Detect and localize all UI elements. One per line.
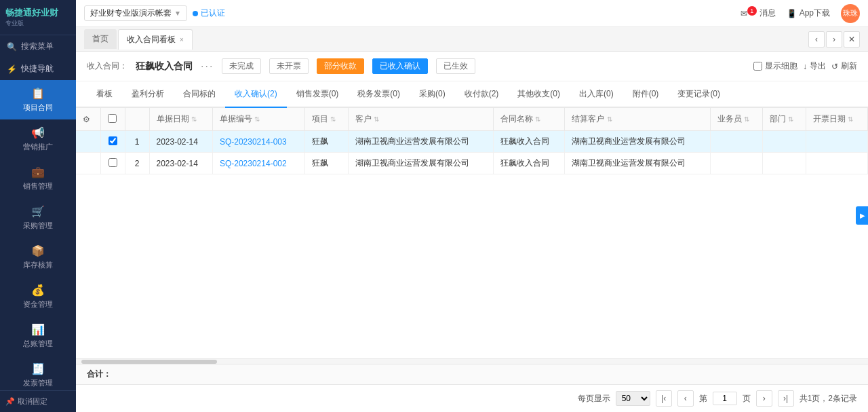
sidebar-item-general[interactable]: 📊 总账管理 [0, 316, 76, 356]
sub-tab-变更记录[interactable]: 变更记录(0) [668, 81, 730, 108]
export-icon: ↓ [803, 62, 807, 71]
sidebar-item-quick-nav[interactable]: ⚡ 快捷导航 [0, 58, 76, 80]
sidebar: 畅捷通好业财 专业版 🔍 搜索菜单 ⚡ 快捷导航 📋 项目合同 📢 营销推广 💼… [0, 0, 76, 412]
sub-tab-出入库[interactable]: 出入库(0) [570, 81, 623, 108]
per-page-select[interactable]: 50 20 100 [616, 391, 650, 406]
user-avatar[interactable]: 珠珠 [841, 4, 860, 23]
sidebar-item-funds[interactable]: 💰 资金管理 [0, 277, 76, 316]
prev-page-button[interactable]: ‹ [677, 390, 694, 407]
sub-tab-收入确认[interactable]: 收入确认(2) [225, 81, 287, 108]
float-action-icon[interactable]: ▶ [856, 206, 868, 225]
table-row[interactable]: 2 2023-02-14 SQ-20230214-002 狂飙 湖南卫视商业运营… [76, 153, 868, 174]
message-button[interactable]: ✉ 1 消息 [741, 7, 776, 19]
close-tab-icon[interactable]: × [180, 36, 184, 43]
th-checkbox [100, 108, 125, 131]
tab-next-button[interactable]: › [826, 31, 842, 48]
sidebar-item-purchase[interactable]: 🛒 采购管理 [0, 198, 76, 238]
sub-tab-采购[interactable]: 采购(0) [410, 81, 455, 108]
content-area: 收入合同： 狂飙收入合同 ··· 未完成 未开票 部分收款 已收入确认 已生效 … [76, 52, 868, 412]
quick-nav-icon: ⚡ [7, 64, 17, 74]
sort-settlement-icon[interactable]: ⇅ [607, 115, 612, 123]
app-subtitle: 专业版 [5, 19, 71, 28]
row-code[interactable]: SQ-20230214-002 [212, 153, 304, 174]
more-options-icon[interactable]: ··· [201, 60, 214, 73]
row-num: 1 [125, 131, 149, 153]
home-tab-label: 首页 [92, 33, 108, 45]
main-area: 好业财专业版演示帐套 ▼ 已认证 ✉ 1 消息 📱 App下载 珠珠 首页 [76, 0, 868, 412]
first-page-button[interactable]: |‹ [656, 390, 672, 407]
th-project: 项目 ⇅ [304, 108, 348, 131]
status-incomplete[interactable]: 未完成 [222, 58, 261, 74]
row-num: 2 [125, 153, 149, 174]
sidebar-item-marketing[interactable]: 📢 营销推广 [0, 119, 76, 159]
export-button[interactable]: ↓ 导出 [803, 60, 826, 72]
table-row[interactable]: 1 2023-02-14 SQ-20230214-003 狂飙 湖南卫视商业运营… [76, 131, 868, 153]
topbar: 好业财专业版演示帐套 ▼ 已认证 ✉ 1 消息 📱 App下载 珠珠 [76, 0, 868, 27]
th-settings: ⚙ [76, 108, 100, 131]
sub-tab-收付款[interactable]: 收付款(2) [455, 81, 509, 108]
sidebar-item-search[interactable]: 🔍 搜索菜单 [0, 35, 76, 58]
next-page-button[interactable]: › [756, 390, 772, 407]
tabbar: 首页 收入合同看板 × ‹ › ✕ [76, 27, 868, 52]
sort-project-icon[interactable]: ⇅ [330, 115, 336, 123]
status-effective[interactable]: 已生效 [436, 58, 475, 74]
company-selector[interactable]: 好业财专业版演示帐套 ▼ [84, 5, 187, 21]
contract-title: 狂飙收入合同 [136, 60, 193, 73]
sidebar-bottom[interactable]: 📌 取消固定 [0, 390, 76, 412]
row-code-link[interactable]: SQ-20230214-003 [220, 137, 287, 147]
row-checkbox[interactable] [100, 153, 125, 174]
row-checkbox[interactable] [100, 131, 125, 153]
sort-invoice-date-icon[interactable]: ⇅ [848, 115, 853, 123]
sub-tab-税务发票[interactable]: 税务发票(0) [348, 81, 410, 108]
sidebar-item-sales[interactable]: 💼 销售管理 [0, 159, 76, 198]
inventory-icon: 📦 [31, 244, 45, 257]
select-all-checkbox[interactable] [108, 114, 117, 123]
sort-contract-icon[interactable]: ⇅ [535, 115, 540, 123]
sort-customer-icon[interactable]: ⇅ [374, 115, 379, 123]
sub-tab-附件[interactable]: 附件(0) [623, 81, 669, 108]
sidebar-logo: 畅捷通好业财 专业版 [0, 0, 76, 35]
th-code: 单据编号 ⇅ [212, 108, 304, 131]
status-revenue-confirmed[interactable]: 已收入确认 [372, 58, 428, 74]
tab-contract-board[interactable]: 收入合同看板 × [118, 29, 193, 50]
sort-date-icon[interactable]: ⇅ [191, 115, 197, 123]
message-badge: 1 [747, 6, 757, 16]
row-code[interactable]: SQ-20230214-003 [212, 131, 304, 153]
app-name: 畅捷通好业财 [5, 7, 71, 19]
tab-close-button[interactable]: ✕ [844, 31, 860, 48]
table-header: ⚙ 单据日期 ⇅ 单据编号 ⇅ [76, 108, 868, 131]
sub-tab-销售发票[interactable]: 销售发票(0) [287, 81, 349, 108]
sub-tab-盈利分析[interactable]: 盈利分析 [122, 81, 174, 108]
show-detail-checkbox[interactable] [753, 62, 762, 71]
marketing-icon: 📢 [31, 126, 45, 139]
sidebar-item-inventory[interactable]: 📦 库存核算 [0, 238, 76, 277]
sort-code-icon[interactable]: ⇅ [254, 115, 260, 123]
scroll-thumb[interactable] [81, 360, 217, 364]
pagination: 每页显示 50 20 100 |‹ ‹ 第 页 › ›| 共1页，2条记录 [76, 384, 868, 412]
row-code-link[interactable]: SQ-20230214-002 [220, 159, 287, 168]
row-salesperson [710, 153, 762, 174]
sidebar-sales-label: 销售管理 [23, 181, 53, 191]
tab-prev-button[interactable]: ‹ [808, 31, 825, 48]
app-download-button[interactable]: 📱 App下载 [787, 7, 830, 19]
sidebar-item-project[interactable]: 📋 项目合同 [0, 80, 76, 119]
refresh-button[interactable]: ↺ 刷新 [831, 60, 857, 72]
status-uninvoiced[interactable]: 未开票 [269, 58, 309, 74]
sidebar-item-invoice[interactable]: 🧾 发票管理 [0, 356, 76, 390]
tab-home[interactable]: 首页 [84, 29, 117, 49]
sort-salesperson-icon[interactable]: ⇅ [744, 115, 749, 123]
row-invoice-date [806, 153, 867, 174]
sub-tab-看板[interactable]: 看板 [87, 81, 122, 108]
settings-icon[interactable]: ⚙ [83, 115, 90, 124]
status-partial-receipt[interactable]: 部分收款 [317, 58, 364, 74]
row-select-checkbox[interactable] [108, 158, 117, 167]
sort-department-icon[interactable]: ⇅ [788, 115, 793, 123]
sub-tab-合同标的[interactable]: 合同标的 [174, 81, 225, 108]
sub-tab-其他收支[interactable]: 其他收支(0) [508, 81, 570, 108]
right-float-panel[interactable]: ▶ [856, 206, 868, 225]
table-scrollbar[interactable] [76, 358, 868, 364]
last-page-button[interactable]: ›| [778, 390, 794, 407]
row-select-checkbox[interactable] [108, 136, 117, 145]
message-icon: ✉ [741, 9, 747, 18]
page-input[interactable] [713, 392, 737, 405]
